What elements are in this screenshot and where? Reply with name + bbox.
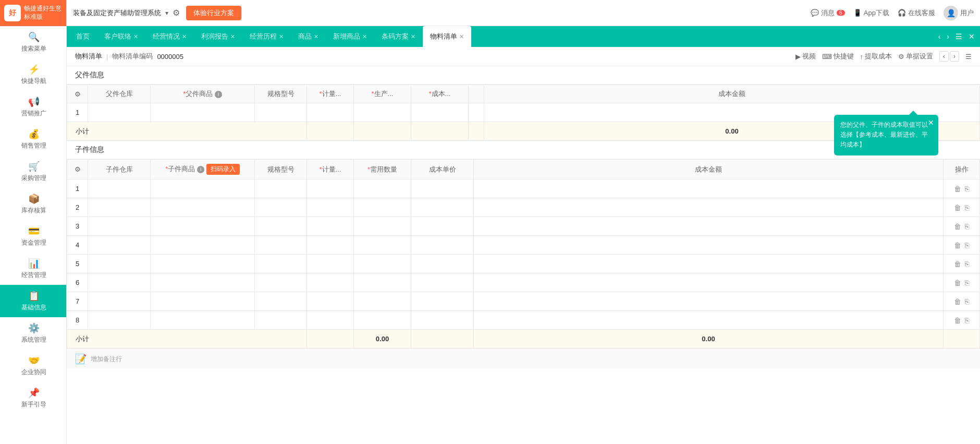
tab-close-product[interactable]: ✕ xyxy=(314,33,318,40)
child-row3-spec[interactable] xyxy=(255,217,307,236)
child-row7-product[interactable] xyxy=(151,292,255,311)
tab-close-profit[interactable]: ✕ xyxy=(230,33,235,40)
tab-close-all[interactable]: ✕ xyxy=(965,32,978,41)
copy-icon-row6[interactable]: ⎘ xyxy=(965,279,969,287)
child-row3-qty[interactable] xyxy=(307,217,354,236)
tab-home[interactable]: 首页 xyxy=(69,26,97,47)
parent-row1-product[interactable] xyxy=(151,103,255,122)
parent-row1-spec[interactable] xyxy=(255,103,307,122)
child-row6-qty[interactable] xyxy=(307,273,354,292)
child-row8-unitcost[interactable] xyxy=(411,311,474,330)
copy-icon-row3[interactable]: ⎘ xyxy=(965,222,969,231)
child-row4-spec[interactable] xyxy=(255,236,307,255)
child-row7-unitcost[interactable] xyxy=(411,292,474,311)
add-note-icon[interactable]: 📝 xyxy=(75,353,87,365)
child-row1-product[interactable] xyxy=(151,179,255,198)
child-row1-spec[interactable] xyxy=(255,179,307,198)
child-row5-spec[interactable] xyxy=(255,255,307,273)
sidebar-item-basic[interactable]: 📋 基础信息 xyxy=(0,285,66,317)
nav-prev[interactable]: ‹ xyxy=(939,51,949,62)
video-button[interactable]: ▶ 视频 xyxy=(795,52,816,61)
copy-icon-row1[interactable]: ⎘ xyxy=(965,185,969,193)
delete-icon-row7[interactable]: 🗑 xyxy=(954,297,961,306)
delete-icon-row1[interactable]: 🗑 xyxy=(954,185,961,193)
extract-cost-button[interactable]: ↑ 提取成本 xyxy=(860,52,892,61)
tab-op-history[interactable]: 经营历程 ✕ xyxy=(242,26,291,47)
single-setting-button[interactable]: ⚙ 单据设置 xyxy=(898,52,933,61)
child-row6-needed[interactable] xyxy=(354,273,411,292)
parent-row1-cost[interactable] xyxy=(411,103,469,122)
child-row8-spec[interactable] xyxy=(255,311,307,330)
sidebar-item-operation[interactable]: 📊 经营管理 xyxy=(0,253,66,285)
child-row5-unitcost[interactable] xyxy=(411,255,474,273)
tab-close-barcode[interactable]: ✕ xyxy=(411,33,415,40)
tab-profit[interactable]: 利润报告 ✕ xyxy=(194,26,242,47)
child-row5-needed[interactable] xyxy=(354,255,411,273)
child-row1-qty[interactable] xyxy=(307,179,354,198)
sidebar-item-system[interactable]: ⚙️ 系统管理 xyxy=(0,317,66,350)
layout-icon[interactable]: ☰ xyxy=(965,53,972,61)
child-row7-spec[interactable] xyxy=(255,292,307,311)
parent-row1-prod[interactable] xyxy=(354,103,411,122)
shortcut-button[interactable]: ⌨ 快捷键 xyxy=(822,52,854,61)
tab-close-customer[interactable]: ✕ xyxy=(133,33,138,40)
tab-close-op-history[interactable]: ✕ xyxy=(279,33,284,40)
user-button[interactable]: 👤 用户 xyxy=(944,6,974,20)
tab-bom[interactable]: 物料清单 ✕ xyxy=(423,26,471,47)
copy-icon-row5[interactable]: ⎘ xyxy=(965,260,969,268)
parent-row1-qty[interactable] xyxy=(307,103,354,122)
child-row4-product[interactable] xyxy=(151,236,255,255)
child-row6-spec[interactable] xyxy=(255,273,307,292)
gear-icon[interactable]: ⚙ xyxy=(173,8,180,18)
child-row3-warehouse[interactable] xyxy=(88,217,151,236)
child-row2-unitcost[interactable] xyxy=(411,198,474,217)
parent-row1-warehouse[interactable] xyxy=(88,103,151,122)
tab-barcode[interactable]: 条码方案 ✕ xyxy=(374,26,423,47)
tab-new-product[interactable]: 新增商品 ✕ xyxy=(326,26,374,47)
sidebar-item-sales[interactable]: 💰 销售管理 xyxy=(0,123,66,155)
child-row8-warehouse[interactable] xyxy=(88,311,151,330)
tab-close-operation-status[interactable]: ✕ xyxy=(182,33,187,40)
child-row4-needed[interactable] xyxy=(354,236,411,255)
child-row8-qty[interactable] xyxy=(307,311,354,330)
child-row1-needed[interactable] xyxy=(354,179,411,198)
tab-product[interactable]: 商品 ✕ xyxy=(291,26,326,47)
copy-icon-row2[interactable]: ⎘ xyxy=(965,203,969,212)
delete-icon-row2[interactable]: 🗑 xyxy=(954,203,961,212)
child-row2-product[interactable] xyxy=(151,198,255,217)
child-row7-warehouse[interactable] xyxy=(88,292,151,311)
child-row1-unitcost[interactable] xyxy=(411,179,474,198)
child-row8-needed[interactable] xyxy=(354,311,411,330)
tab-close-bom[interactable]: ✕ xyxy=(459,33,464,40)
child-row7-qty[interactable] xyxy=(307,292,354,311)
trial-button[interactable]: 体验行业方案 xyxy=(186,6,241,20)
tab-menu-icon[interactable]: ☰ xyxy=(952,32,965,41)
child-row6-unitcost[interactable] xyxy=(411,273,474,292)
sidebar-item-coop[interactable]: 🤝 企业协同 xyxy=(0,350,66,382)
child-row2-needed[interactable] xyxy=(354,198,411,217)
delete-icon-row5[interactable]: 🗑 xyxy=(954,260,961,268)
sidebar-item-marketing[interactable]: 📢 营销推广 xyxy=(0,91,66,123)
tab-prev-arrow[interactable]: ‹ xyxy=(935,32,944,41)
copy-icon-row8[interactable]: ⎘ xyxy=(965,316,969,325)
sidebar-item-guide[interactable]: 📌 新手引导 xyxy=(0,382,66,414)
tooltip-close[interactable]: ✕ xyxy=(928,117,934,128)
child-row6-warehouse[interactable] xyxy=(88,273,151,292)
parent-product-info-icon[interactable]: i xyxy=(215,91,222,98)
delete-icon-row3[interactable]: 🗑 xyxy=(954,222,961,231)
child-product-info-icon[interactable]: i xyxy=(197,166,204,173)
child-row2-warehouse[interactable] xyxy=(88,198,151,217)
sidebar-item-purchase[interactable]: 🛒 采购管理 xyxy=(0,155,66,188)
child-row3-needed[interactable] xyxy=(354,217,411,236)
tab-operation-status[interactable]: 经营情况 ✕ xyxy=(145,26,194,47)
child-row4-warehouse[interactable] xyxy=(88,236,151,255)
sidebar-item-quick-nav[interactable]: ⚡ 快捷导航 xyxy=(0,58,66,91)
child-row3-unitcost[interactable] xyxy=(411,217,474,236)
message-button[interactable]: 💬 消息 6 xyxy=(811,8,845,18)
delete-icon-row4[interactable]: 🗑 xyxy=(954,241,961,249)
child-row2-spec[interactable] xyxy=(255,198,307,217)
nav-next[interactable]: › xyxy=(950,51,959,62)
child-row2-qty[interactable] xyxy=(307,198,354,217)
breadcrumb-bom[interactable]: 物料清单 xyxy=(75,52,102,61)
child-row6-product[interactable] xyxy=(151,273,255,292)
